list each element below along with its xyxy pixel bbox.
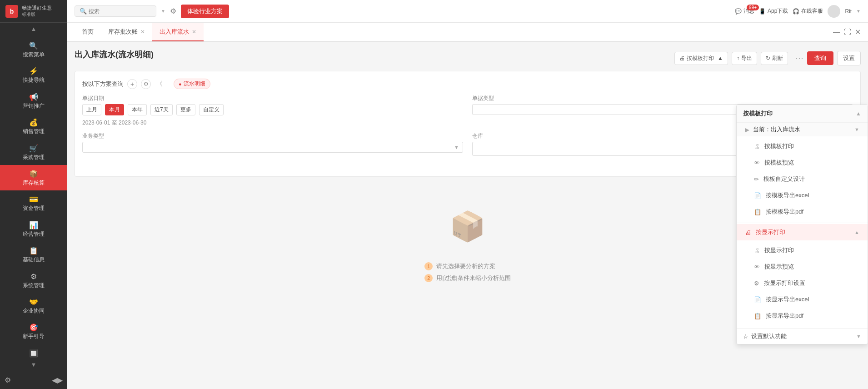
dropdown-item-display-pdf[interactable]: 📋 按显示导出pdf — [737, 308, 868, 324]
sidebar-item-sales[interactable]: 💰销售管理 — [0, 114, 67, 139]
dropdown-separator-1 — [737, 223, 868, 223]
print-btn-group[interactable]: 🖨 按模板打印 ▲ — [674, 52, 728, 65]
sidebar-item-marketing[interactable]: 📢营销推广 — [0, 88, 67, 114]
topbar-gear-icon[interactable]: ⚙ — [170, 7, 176, 15]
headset-icon: 🎧 — [793, 8, 799, 15]
template-preview-icon: 👁 — [754, 160, 760, 166]
app-download-btn[interactable]: 📱 App下载 — [759, 7, 788, 15]
dropdown-item-display-preview[interactable]: 👁 按显示预览 — [737, 259, 868, 275]
dropdown-item-template-excel[interactable]: 📄 按模板导出excel — [737, 187, 868, 204]
export-icon: ↑ — [737, 55, 739, 61]
user-avatar — [828, 5, 840, 18]
date-btn-last-month[interactable]: 上月 — [82, 104, 101, 115]
print-dropdown-icon[interactable]: ▲ — [718, 55, 723, 61]
display-section-icon: 🖨 — [745, 229, 751, 236]
template-preview-label: 按模板预览 — [764, 159, 794, 167]
current-section-arrow[interactable]: ▼ — [854, 127, 859, 132]
display-print-label: 按显示打印 — [764, 246, 794, 254]
sidebar-item-app-center[interactable]: 🔲应用中心 — [0, 344, 67, 359]
date-btn-more[interactable]: 更多 — [176, 104, 195, 115]
tab-close-all-icon[interactable]: ✕ — [855, 28, 861, 36]
sidebar-item-guide[interactable]: 🎯新手引导 — [0, 319, 67, 344]
dropdown-collapse-icon[interactable]: ▲ — [856, 110, 861, 117]
sidebar-item-operations[interactable]: 📊经营管理 — [0, 216, 67, 242]
hint-num-1: 1 — [424, 262, 433, 270]
date-btn-custom[interactable]: 自定义 — [199, 104, 224, 115]
condition-settings-btn[interactable]: ⚙ — [141, 79, 151, 89]
date-field-label: 单据日期 — [82, 95, 463, 102]
selected-tag-label: 流水明细 — [184, 80, 205, 88]
tab-batch-account-close[interactable]: ✕ — [140, 29, 145, 35]
top-bar: 🔍 ▼ ⚙ 体验行业方案 💬 消息 99+ 📱 App下载 🎧 在线客服 Rit… — [67, 0, 868, 23]
collapse-sidebar-icon[interactable]: ◀▶ — [52, 376, 63, 384]
sidebar-item-cooperation[interactable]: 🤝企业协同 — [0, 293, 67, 319]
search-input[interactable] — [89, 8, 151, 15]
app-download-icon: 📱 — [759, 8, 766, 15]
tab-home-label: 首页 — [82, 28, 94, 36]
dropdown-item-template-custom[interactable]: ✏ 模板自定义设计 — [737, 171, 868, 187]
search-box[interactable]: 🔍 — [75, 5, 156, 17]
header-actions: 🖨 按模板打印 ▲ ↑ 导出 ↻ 刷新 ⋯ 查询 设置 — [674, 51, 861, 65]
date-btn-last-7days[interactable]: 近7天 — [150, 104, 173, 115]
tab-flow-close[interactable]: ✕ — [192, 29, 196, 35]
tab-batch-account[interactable]: 库存批次账 ✕ — [101, 23, 152, 41]
dropdown-item-display-settings[interactable]: ⚙ 按显示打印设置 — [737, 275, 868, 291]
app-download-label: App下载 — [768, 7, 788, 15]
print-dropdown: 按模板打印 ▲ ▶ 当前：出入库流水 ▼ 🖨 按模板打印 👁 按模板预览 — [736, 105, 868, 344]
export-label: 导出 — [741, 55, 752, 62]
export-btn[interactable]: ↑ 导出 — [732, 52, 757, 65]
template-pdf-label: 按模板导出pdf — [766, 208, 803, 216]
more-options-icon[interactable]: ⋯ — [795, 53, 803, 63]
user-info: Rit — [845, 8, 852, 15]
sidebar-item-purchase[interactable]: 🛒采购管理 — [0, 140, 67, 165]
set-default-icon: ☆ — [743, 333, 748, 340]
online-service-btn[interactable]: 🎧 在线客服 — [793, 7, 823, 15]
dropdown-title: 按模板打印 — [743, 110, 773, 118]
sidebar-item-quick-nav[interactable]: ⚡快捷导航 — [0, 62, 67, 88]
dropdown-section-display[interactable]: 🖨 按显示打印 ▲ — [737, 224, 868, 240]
date-btn-this-year[interactable]: 本年 — [128, 104, 147, 115]
add-condition-btn[interactable]: + — [127, 79, 137, 89]
sidebar-item-basics[interactable]: 📋基础信息 — [0, 242, 67, 267]
tab-minimize-icon[interactable]: — — [833, 28, 840, 36]
biz-type-select[interactable]: ▼ — [82, 142, 463, 153]
condition-collapse-btn[interactable]: 《 — [156, 80, 163, 88]
tab-home[interactable]: 首页 — [75, 23, 101, 41]
date-filter-group: 上月 本月 本年 近7天 更多 自定义 — [82, 104, 463, 115]
nav-icon-purchase: 🛒 — [29, 144, 38, 153]
dropdown-item-display-print[interactable]: 🖨 按显示打印 — [737, 242, 868, 259]
tab-maximize-icon[interactable]: ⛶ — [844, 28, 851, 36]
dropdown-item-template-print[interactable]: 🖨 按模板打印 — [737, 138, 868, 155]
dropdown-footer-item[interactable]: ☆ 设置默认功能 ▼ — [737, 328, 868, 344]
dropdown-item-template-pdf[interactable]: 📋 按模板导出pdf — [737, 204, 868, 220]
nav-icon-cooperation: 🤝 — [29, 298, 38, 306]
sidebar-scroll-up[interactable]: ▲ — [0, 23, 67, 35]
nav-label-quick-nav: 快捷导航 — [23, 77, 45, 83]
template-excel-icon: 📄 — [754, 192, 761, 199]
settings-icon[interactable]: ⚙ — [5, 376, 11, 384]
sidebar-item-finance[interactable]: 💳资金管理 — [0, 190, 67, 216]
sidebar-item-inventory[interactable]: 📦库存核算 — [0, 165, 67, 190]
dropdown-item-display-excel[interactable]: 📄 按显示导出excel — [737, 291, 868, 308]
sidebar-item-system[interactable]: ⚙系统管理 — [0, 268, 67, 293]
biz-type-field: 业务类型 ▼ — [82, 132, 463, 153]
dropdown-item-template-preview[interactable]: 👁 按模板预览 — [737, 155, 868, 171]
sidebar-scroll-down[interactable]: ▼ — [0, 359, 67, 371]
message-btn[interactable]: 💬 消息 99+ — [735, 7, 754, 15]
refresh-btn[interactable]: ↻ 刷新 — [761, 52, 788, 65]
settings-btn[interactable]: 设置 — [837, 51, 861, 65]
industry-btn[interactable]: 体验行业方案 — [181, 5, 229, 18]
empty-state-illustration: 📦 — [445, 209, 490, 255]
template-pdf-icon: 📋 — [754, 209, 761, 215]
template-print-label: 按模板打印 — [764, 142, 794, 150]
page-content: 出入库流水(流水明细) 🖨 按模板打印 ▲ ↑ 导出 ↻ 刷新 ⋯ 查询 设置 — [67, 42, 868, 389]
nav-icon-app-center: 🔲 — [29, 349, 38, 358]
template-section: 🖨 按模板打印 👁 按模板预览 ✏ 模板自定义设计 📄 按模板导出excel 📋 — [737, 136, 868, 222]
query-btn[interactable]: 查询 — [807, 51, 833, 65]
search-dropdown-icon[interactable]: ▼ — [161, 9, 165, 14]
user-dropdown-icon[interactable]: ▼ — [856, 9, 861, 14]
sidebar-item-search-menu[interactable]: 🔍搜索菜单 — [0, 37, 67, 62]
tab-flow[interactable]: 出入库流水 ✕ — [152, 23, 204, 41]
date-btn-this-month[interactable]: 本月 — [105, 104, 124, 115]
display-settings-label: 按显示打印设置 — [764, 279, 805, 287]
